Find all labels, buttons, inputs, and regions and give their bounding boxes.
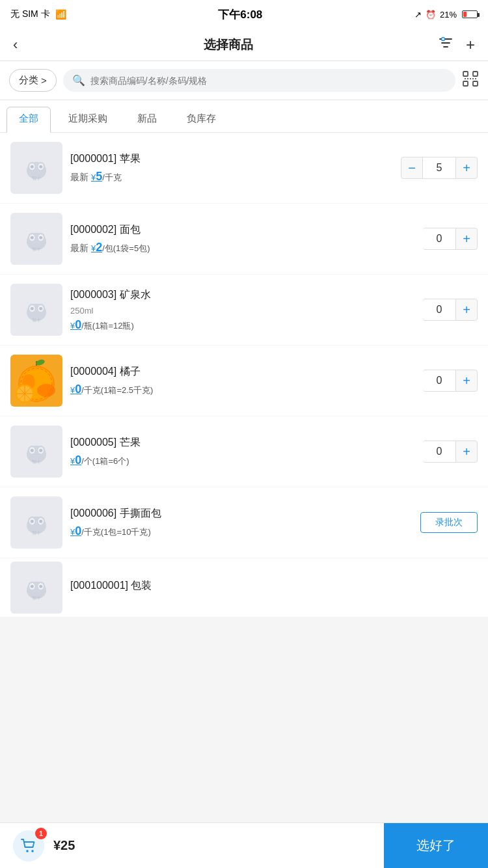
toolbar: 分类 > 🔍 (0, 61, 488, 100)
quantity-decrease-button[interactable]: − (401, 157, 423, 179)
quantity-control: + (423, 299, 478, 321)
svg-point-41 (37, 384, 55, 397)
quantity-increase-button[interactable]: + (455, 370, 478, 392)
batch-button[interactable]: 录批次 (420, 512, 478, 533)
product-image: 智十 (10, 426, 62, 478)
product-info: [0000004] 橘子 ¥0/千克(1箱=2.5千克) (70, 365, 415, 396)
quantity-input[interactable] (423, 370, 455, 392)
quantity-control: + (423, 228, 478, 250)
list-item: 智十 [0000002] 面包 最新 ¥2/包(1袋=5包) + (0, 204, 488, 274)
list-item: 智十 [0000005] 芒果 ¥0/个(1箱=6个) + (0, 416, 488, 487)
svg-point-74 (26, 850, 29, 852)
search-input[interactable] (90, 75, 446, 86)
product-image: 智十 (10, 562, 62, 614)
svg-text:智十: 智十 (32, 318, 41, 322)
back-button[interactable]: ‹ (13, 36, 18, 53)
add-button[interactable]: + (466, 36, 475, 54)
quantity-increase-button[interactable]: + (455, 157, 478, 179)
product-info: [000100001] 包装 (70, 579, 478, 597)
list-item: 智十 [0000001] 苹果 最新 ¥5/千克 − + (0, 133, 488, 203)
product-price: ¥0/千克(1箱=2.5千克) (70, 383, 415, 396)
product-price: ¥0/千克(1包=10千克) (70, 524, 413, 538)
product-info: [0000006] 手撕面包 ¥0/千克(1包=10千克) (70, 507, 413, 538)
product-info: [0000005] 芒果 ¥0/个(1箱=6个) (70, 436, 415, 467)
quantity-input[interactable] (423, 299, 455, 321)
svg-point-55 (31, 449, 34, 452)
product-name: [0000005] 芒果 (70, 436, 415, 450)
svg-point-27 (39, 236, 42, 239)
product-name: [0000001] 苹果 (70, 152, 393, 166)
search-icon: 🔍 (72, 74, 85, 87)
quantity-increase-button[interactable]: + (455, 299, 478, 321)
svg-rect-4 (463, 72, 468, 76)
location-icon: ↗ (414, 10, 422, 20)
svg-point-3 (441, 38, 444, 41)
tab-all[interactable]: 全部 (7, 107, 51, 133)
wifi-icon: 📶 (55, 9, 66, 20)
status-bar: 无 SIM 卡 📶 下午6:08 ↗ ⏰ 21% (0, 0, 488, 29)
quantity-input[interactable] (423, 157, 455, 179)
quantity-increase-button[interactable]: + (455, 228, 478, 250)
list-item: 智十 [000100001] 包装 (0, 558, 488, 617)
svg-text:智十: 智十 (32, 595, 41, 600)
status-time: 下午6:08 (218, 7, 262, 22)
category-button[interactable]: 分类 > (9, 69, 57, 92)
tab-negative[interactable]: 负库存 (174, 107, 228, 132)
product-image (10, 355, 62, 407)
svg-text:智十: 智十 (32, 176, 41, 180)
product-spec: 250ml (70, 306, 415, 316)
tab-recent[interactable]: 近期采购 (56, 107, 120, 132)
quantity-input[interactable] (423, 228, 455, 250)
product-price: ¥0/个(1箱=6个) (70, 454, 415, 467)
cart-badge: 1 (35, 828, 47, 839)
quantity-control: − + (401, 157, 478, 179)
svg-rect-5 (473, 72, 478, 76)
battery-icon (462, 10, 478, 18)
category-chevron: > (41, 75, 47, 86)
svg-point-63 (31, 520, 34, 523)
product-info: [0000003] 矿泉水 250ml ¥0/瓶(1箱=12瓶) (70, 288, 415, 332)
tab-new[interactable]: 新品 (125, 107, 169, 132)
confirm-button[interactable]: 选好了 (384, 823, 488, 869)
search-bar: 🔍 (63, 69, 455, 92)
category-label: 分类 (19, 74, 38, 87)
svg-point-56 (39, 449, 42, 452)
list-item: 智十 [0000003] 矿泉水 250ml ¥0/瓶(1箱=12瓶) + (0, 275, 488, 345)
svg-point-35 (39, 307, 42, 310)
svg-point-19 (39, 165, 42, 169)
svg-text:智十: 智十 (32, 530, 41, 535)
list-item: 智十 [0000006] 手撕面包 ¥0/千克(1包=10千克) 录批次 (0, 487, 488, 558)
alarm-icon: ⏰ (426, 10, 436, 20)
status-right: ↗ ⏰ 21% (414, 10, 478, 20)
battery-percent: 21% (440, 10, 457, 20)
product-image: 智十 (10, 213, 62, 265)
product-info: [0000002] 面包 最新 ¥2/包(1袋=5包) (70, 223, 415, 254)
product-name: [0000003] 矿泉水 (70, 288, 415, 302)
svg-point-64 (39, 520, 42, 523)
svg-text:智十: 智十 (32, 459, 41, 464)
carrier-label: 无 SIM 卡 (10, 8, 50, 20)
cart-total: ¥25 (53, 838, 75, 853)
list-item: [0000004] 橘子 ¥0/千克(1箱=2.5千克) + (0, 346, 488, 416)
svg-text:智十: 智十 (32, 247, 41, 251)
nav-actions: + (439, 36, 475, 54)
quantity-control: + (423, 441, 478, 463)
cart-area: 1 ¥25 (0, 830, 384, 861)
svg-point-71 (31, 585, 34, 588)
filter-icon[interactable] (439, 36, 453, 53)
svg-point-72 (39, 585, 42, 588)
product-name: [0000002] 面包 (70, 223, 415, 237)
nav-bar: ‹ 选择商品 + (0, 29, 488, 61)
product-name: [000100001] 包装 (70, 579, 478, 593)
svg-point-18 (31, 165, 34, 169)
quantity-input[interactable] (423, 441, 455, 463)
scan-icon[interactable] (462, 70, 479, 90)
tab-bar: 全部 近期采购 新品 负库存 (0, 100, 488, 133)
bottom-bar: 1 ¥25 选好了 (0, 822, 488, 868)
cart-button[interactable]: 1 (13, 830, 44, 861)
quantity-increase-button[interactable]: + (455, 441, 478, 463)
svg-rect-12 (473, 81, 478, 86)
product-list: 智十 [0000001] 苹果 最新 ¥5/千克 − + (0, 133, 488, 617)
status-left: 无 SIM 卡 📶 (10, 8, 66, 20)
page-title: 选择商品 (204, 36, 253, 53)
